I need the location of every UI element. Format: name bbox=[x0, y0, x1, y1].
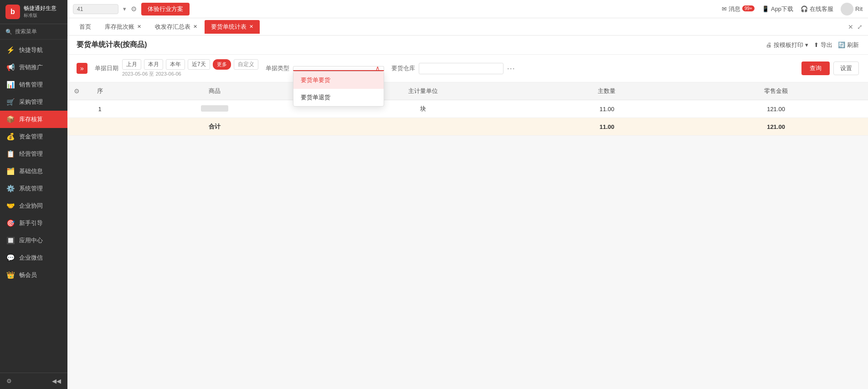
messages-icon: ✉ bbox=[722, 5, 727, 12]
filter-expand-btn[interactable]: » bbox=[77, 63, 87, 74]
breadcrumb-dropdown-icon[interactable]: ▾ bbox=[123, 5, 126, 12]
tabs-close-all-btn[interactable]: ✕ bbox=[848, 23, 853, 31]
sidebar-item-label: 基础信息 bbox=[19, 167, 43, 175]
sidebar-item-enterprise[interactable]: 🤝 企业协同 bbox=[0, 197, 67, 215]
sales-icon: 📊 bbox=[6, 81, 15, 89]
summary-empty-1 bbox=[67, 118, 86, 136]
sidebar-item-wechat[interactable]: 💬 企业微信 bbox=[0, 249, 67, 266]
tab-summary-close[interactable]: ✕ bbox=[193, 24, 197, 30]
marketing-icon: 📢 bbox=[6, 63, 15, 72]
messages-badge: 99+ bbox=[742, 5, 755, 11]
online-service-item[interactable]: 🎧 在线客服 bbox=[801, 5, 833, 13]
filter-warehouse-group: 要货仓库 ··· bbox=[391, 63, 515, 74]
finance-icon: 💰 bbox=[6, 133, 15, 141]
tabs-bar: 首页 库存批次账 ✕ 收发存汇总表 ✕ 要货单统计表 ✕ ✕ ⤢ bbox=[67, 18, 868, 36]
sidebar-item-operation[interactable]: 📋 经营管理 bbox=[0, 145, 67, 163]
page-actions: 🖨 按模板打印 ▾ ⬆ 导出 🔄 刷新 bbox=[766, 41, 859, 54]
print-dropdown-icon[interactable]: ▾ bbox=[805, 41, 808, 48]
table-area: ⚙ 序 商品 主计量单位 主数量 零售金额 1 bbox=[67, 82, 868, 136]
more-filter-btn[interactable]: ··· bbox=[507, 64, 515, 73]
system-icon: ⚙️ bbox=[6, 184, 15, 193]
date-range-value: 2023-05-06 至 2023-06-06 bbox=[122, 71, 258, 77]
tab-batch-label: 库存批次账 bbox=[105, 23, 134, 31]
filter-type-group: 单据类型 ∧ 要货单要货 bbox=[266, 64, 384, 72]
filter-actions: 查询 设置 bbox=[801, 61, 859, 75]
sidebar-item-label: 畅会员 bbox=[19, 271, 37, 279]
sidebar-item-sales[interactable]: 📊 销售管理 bbox=[0, 76, 67, 93]
sidebar-item-inventory[interactable]: 📦 库存核算 bbox=[0, 111, 67, 128]
print-icon: 🖨 bbox=[766, 41, 772, 48]
refresh-icon: 🔄 bbox=[838, 41, 845, 48]
sidebar-search[interactable]: 🔍 搜索菜单 bbox=[0, 24, 67, 40]
sidebar-item-label: 经营管理 bbox=[19, 150, 43, 158]
sidebar-item-quick-nav[interactable]: ⚡ 快捷导航 bbox=[0, 41, 67, 59]
sidebar-item-label: 库存核算 bbox=[19, 115, 43, 123]
dropdown-item-return[interactable]: 要货单退货 bbox=[293, 89, 384, 106]
sidebar-settings-btn[interactable]: ⚙ bbox=[6, 378, 12, 384]
sidebar-item-member[interactable]: 👑 畅会员 bbox=[0, 266, 67, 284]
sidebar-item-marketing[interactable]: 📢 营销推广 bbox=[0, 59, 67, 76]
breadcrumb-input[interactable] bbox=[73, 4, 118, 14]
tab-home[interactable]: 首页 bbox=[73, 20, 98, 34]
user-item[interactable]: Rit bbox=[841, 3, 863, 15]
cell-num: 1 bbox=[86, 100, 113, 118]
date-btn-more[interactable]: 更多 bbox=[213, 59, 231, 70]
basic-icon: 🗂️ bbox=[6, 167, 15, 175]
date-btn-7days[interactable]: 近7天 bbox=[188, 59, 210, 70]
sidebar-item-basic[interactable]: 🗂️ 基础信息 bbox=[0, 163, 67, 180]
inventory-icon: 📦 bbox=[6, 115, 15, 123]
date-btn-this-year[interactable]: 本年 bbox=[166, 59, 185, 70]
tab-batch[interactable]: 库存批次账 ✕ bbox=[98, 20, 148, 34]
sidebar-item-label: 销售管理 bbox=[19, 81, 43, 89]
tab-home-label: 首页 bbox=[79, 23, 91, 31]
tab-order-stats-close[interactable]: ✕ bbox=[249, 24, 253, 30]
app-download-item[interactable]: 📱 App下载 bbox=[762, 5, 793, 13]
sidebar-item-label: 快捷导航 bbox=[19, 46, 43, 54]
sidebar-collapse-btn[interactable]: ◀◀ bbox=[52, 378, 61, 384]
date-btn-last-month[interactable]: 上月 bbox=[122, 59, 141, 70]
tabs-expand-btn[interactable]: ⤢ bbox=[857, 23, 863, 31]
date-label: 单据日期 bbox=[95, 64, 118, 72]
col-qty: 主数量 bbox=[530, 82, 684, 100]
sidebar-item-guide[interactable]: 🎯 新手引导 bbox=[0, 215, 67, 232]
cell-settings bbox=[67, 100, 86, 118]
print-label: 按模板打印 bbox=[774, 41, 803, 49]
tab-summary[interactable]: 收发存汇总表 ✕ bbox=[149, 20, 204, 34]
filter-date-group: 单据日期 上月 本月 本年 近7天 更多 自定义 2023-05-06 至 20… bbox=[95, 59, 258, 77]
sidebar-item-label: 系统管理 bbox=[19, 184, 43, 193]
data-table: ⚙ 序 商品 主计量单位 主数量 零售金额 1 bbox=[67, 82, 868, 136]
topbar-settings-icon[interactable]: ⚙ bbox=[131, 5, 137, 13]
page-content: 要货单统计表(按商品) 🖨 按模板打印 ▾ ⬆ 导出 🔄 刷新 bbox=[67, 36, 868, 389]
refresh-action[interactable]: 🔄 刷新 bbox=[838, 41, 859, 49]
dropdown-item-order[interactable]: 要货单要货 bbox=[293, 72, 384, 89]
sidebar-item-label: 资金管理 bbox=[19, 133, 43, 141]
date-btn-custom[interactable]: 自定义 bbox=[234, 59, 258, 70]
table-settings-icon[interactable]: ⚙ bbox=[74, 87, 80, 95]
guide-icon: 🎯 bbox=[6, 219, 15, 227]
topbar-right: ✉ 消息 99+ 📱 App下载 🎧 在线客服 Rit bbox=[722, 3, 863, 15]
sidebar-logo: b 畅捷通好生意 标准版 bbox=[0, 0, 67, 24]
type-select-container: ∧ 要货单要货 要货单退货 bbox=[293, 66, 384, 71]
warehouse-input[interactable] bbox=[419, 63, 503, 74]
sidebar-item-app-center[interactable]: 🔲 应用中心 bbox=[0, 232, 67, 249]
type-select[interactable]: ∧ bbox=[293, 66, 384, 71]
tab-batch-close[interactable]: ✕ bbox=[137, 24, 141, 30]
export-action[interactable]: ⬆ 导出 bbox=[814, 41, 832, 49]
sidebar-item-system[interactable]: ⚙️ 系统管理 bbox=[0, 180, 67, 197]
user-name: Rit bbox=[855, 5, 863, 12]
date-btn-this-month[interactable]: 本月 bbox=[144, 59, 163, 70]
tab-order-stats[interactable]: 要货单统计表 ✕ bbox=[205, 20, 260, 34]
online-service-label: 在线客服 bbox=[810, 5, 833, 13]
messages-item[interactable]: ✉ 消息 99+ bbox=[722, 5, 755, 13]
print-action[interactable]: 🖨 按模板打印 ▾ bbox=[766, 41, 808, 49]
sidebar-item-finance[interactable]: 💰 资金管理 bbox=[0, 128, 67, 145]
summary-row: 合计 11.00 121.00 bbox=[67, 118, 868, 136]
type-select-wrapper: ∧ bbox=[293, 66, 384, 71]
sidebar: b 畅捷通好生意 标准版 🔍 搜索菜单 ⚡ 快捷导航 📢 营销推广 📊 销售管理… bbox=[0, 0, 67, 389]
col-num: 序 bbox=[86, 82, 113, 100]
settings-btn[interactable]: 设置 bbox=[833, 61, 859, 75]
query-btn[interactable]: 查询 bbox=[801, 61, 830, 75]
refresh-label: 刷新 bbox=[847, 41, 859, 49]
sidebar-item-purchase[interactable]: 🛒 采购管理 bbox=[0, 93, 67, 111]
industry-btn[interactable]: 体验行业方案 bbox=[141, 3, 190, 15]
